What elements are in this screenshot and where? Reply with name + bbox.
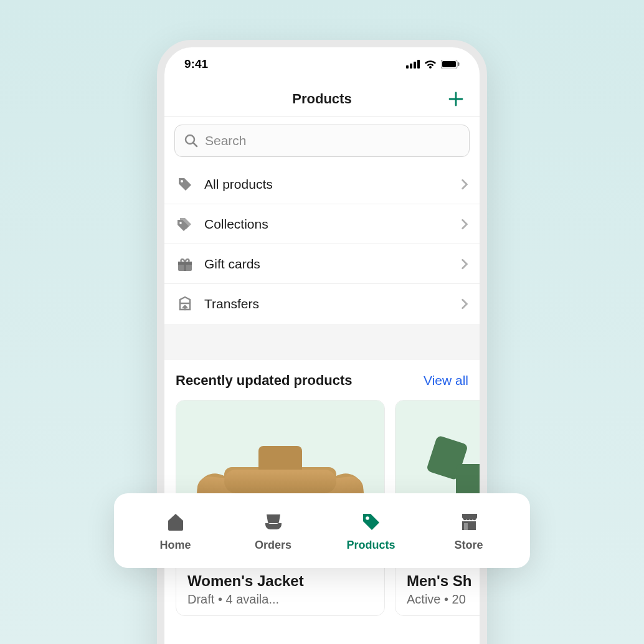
menu-list: All products Collections Gift cards Tran… (164, 164, 480, 324)
menu-label: Transfers (204, 296, 461, 311)
tab-orders[interactable]: Orders (224, 509, 322, 552)
search-container (164, 117, 480, 164)
search-box[interactable] (174, 125, 470, 157)
tab-bar: Home Orders Products Store (114, 493, 530, 568)
svg-rect-3 (417, 60, 420, 69)
product-info: Men's Sh Active • 20 (395, 564, 487, 615)
chevron-right-icon (461, 298, 468, 310)
svg-rect-1 (410, 64, 412, 69)
menu-label: Gift cards (204, 257, 461, 272)
svg-rect-6 (458, 62, 460, 66)
menu-item-gift-cards[interactable]: Gift cards (164, 244, 480, 284)
svg-rect-2 (414, 62, 416, 69)
chevron-right-icon (461, 258, 468, 270)
section-divider (164, 324, 480, 360)
menu-item-transfers[interactable]: Transfers (164, 284, 480, 324)
menu-item-all-products[interactable]: All products (164, 164, 480, 204)
transfer-icon (176, 295, 194, 313)
tab-label: Store (454, 539, 483, 552)
status-indicators (406, 60, 460, 69)
page-title: Products (292, 91, 351, 107)
products-icon (359, 509, 384, 534)
product-meta: Draft • 4 availa... (187, 592, 373, 607)
tag-icon (176, 175, 194, 194)
page-header: Products (164, 81, 480, 117)
gift-icon (176, 255, 194, 273)
add-button[interactable] (445, 88, 467, 110)
recent-header: Recently updated products View all (176, 372, 468, 389)
battery-icon (441, 60, 460, 69)
search-input[interactable] (205, 133, 460, 148)
status-bar: 9:41 (164, 47, 480, 81)
menu-item-collections[interactable]: Collections (164, 204, 480, 244)
product-name: Men's Sh (407, 572, 487, 590)
chevron-right-icon (461, 179, 468, 190)
tab-label: Products (346, 539, 395, 552)
tab-products[interactable]: Products (322, 509, 420, 552)
view-all-link[interactable]: View all (424, 373, 468, 388)
signal-icon (406, 60, 420, 69)
search-icon (184, 133, 199, 148)
recent-title: Recently updated products (176, 372, 353, 389)
svg-rect-0 (406, 65, 409, 69)
menu-label: All products (204, 177, 461, 192)
svg-rect-12 (184, 262, 186, 271)
menu-label: Collections (204, 217, 461, 232)
tab-label: Orders (255, 539, 291, 552)
svg-point-9 (179, 222, 182, 224)
wifi-icon (424, 60, 437, 69)
plus-icon (448, 91, 464, 107)
tab-store[interactable]: Store (420, 509, 518, 552)
svg-rect-5 (442, 61, 456, 67)
orders-icon (261, 509, 286, 534)
home-icon (163, 509, 188, 534)
product-info: Women's Jacket Draft • 4 availa... (176, 564, 384, 615)
product-meta: Active • 20 (407, 592, 487, 607)
store-icon (457, 509, 481, 534)
tab-home[interactable]: Home (126, 509, 224, 552)
tags-icon (176, 215, 194, 234)
chevron-right-icon (461, 219, 468, 230)
tab-label: Home (159, 539, 191, 552)
svg-rect-15 (464, 523, 468, 530)
product-name: Women's Jacket (187, 572, 373, 590)
svg-point-8 (181, 180, 183, 182)
status-time: 9:41 (184, 57, 208, 71)
svg-point-13 (366, 516, 369, 520)
